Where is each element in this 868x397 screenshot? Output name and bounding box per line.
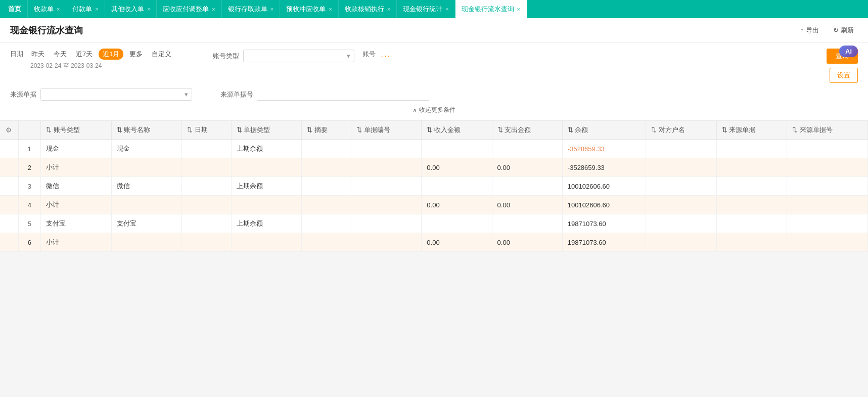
ai-assistant-button[interactable]: Ai (839, 46, 858, 57)
row-balance: 100102606.60 (562, 196, 646, 214)
row-source-doc-num (787, 158, 867, 177)
nav-tab-shoukuanheji[interactable]: 收款核销执行 × (339, 0, 397, 18)
source-doc-num-input[interactable] (257, 89, 429, 101)
gear-icon[interactable]: ⚙ (6, 126, 12, 134)
row-doc-type: 上期余额 (231, 214, 301, 233)
table-row: 3 微信 微信 上期余额 100102606.60 (0, 177, 868, 196)
row-doc-type (231, 196, 301, 214)
row-balance: -3528659.33 (562, 140, 646, 158)
nav-tab-fudan[interactable]: 付款单 × (66, 0, 105, 18)
nav-tab-liushui[interactable]: 现金银行流水查询 × (455, 0, 527, 18)
col-doc-num[interactable]: ⇅ 单据编号 (351, 121, 422, 140)
row-source-doc-num (787, 196, 867, 214)
source-doc-num-label: 来源单据号 (220, 90, 253, 99)
row-summary (302, 233, 351, 252)
row-action-cell (0, 214, 18, 233)
col-doc-type[interactable]: ⇅ 单据类型 (231, 121, 301, 140)
row-account-type: 现金 (41, 140, 111, 158)
row-income (422, 214, 492, 233)
row-balance: 100102606.60 (562, 177, 646, 196)
col-income[interactable]: ⇅ 收入金额 (422, 121, 492, 140)
date-custom[interactable]: 自定义 (149, 49, 174, 60)
col-balance[interactable]: ⇅ 余额 (562, 121, 646, 140)
col-account-type[interactable]: ⇅ 账号类型 (41, 121, 111, 140)
date-1month[interactable]: 近1月 (99, 49, 123, 60)
close-icon[interactable]: × (57, 6, 60, 12)
row-summary (302, 158, 351, 177)
row-source-doc-num (787, 177, 867, 196)
date-today[interactable]: 今天 (51, 49, 70, 60)
row-action-cell (0, 177, 18, 196)
nav-tab-shoudan[interactable]: 收款单 × (28, 0, 66, 18)
nav-tab-yingshouyingfu[interactable]: 应收应付调整单 × (157, 0, 221, 18)
header-actions: ↑ 导出 ↻ 刷新 (797, 24, 858, 37)
row-date (181, 233, 231, 252)
row-expense: 0.00 (492, 233, 562, 252)
filter-area: 日期 昨天 今天 近7天 近1月 更多 自定义 2023-02-24 至 202… (0, 42, 868, 121)
source-doc-select[interactable] (40, 88, 192, 101)
row-doc-num (351, 214, 422, 233)
close-icon[interactable]: × (270, 6, 273, 12)
source-doc-label: 来源单据 (10, 90, 36, 99)
close-icon[interactable]: × (212, 6, 215, 12)
row-income (422, 177, 492, 196)
close-icon[interactable]: × (95, 6, 98, 12)
row-num: 5 (18, 214, 41, 233)
row-doc-num (351, 158, 422, 177)
row-account-name (111, 233, 181, 252)
collapse-up-icon: ∧ (413, 107, 417, 114)
close-icon[interactable]: × (517, 6, 520, 12)
col-counterpart[interactable]: ⇅ 对方户名 (646, 121, 716, 140)
source-doc-select-wrapper: ▾ (40, 88, 192, 101)
row-num: 2 (18, 158, 41, 177)
refresh-button[interactable]: ↻ 刷新 (829, 24, 858, 37)
row-counterpart (646, 196, 716, 214)
row-expense: 0.00 (492, 158, 562, 177)
date-more[interactable]: 更多 (126, 49, 146, 60)
nav-tab-qitashourudan[interactable]: 其他收入单 × (105, 0, 157, 18)
close-icon[interactable]: × (329, 6, 332, 12)
table-row: 4 小计 0.00 0.00 100102606.60 (0, 196, 868, 214)
close-icon[interactable]: × (445, 6, 448, 12)
row-action-cell (0, 233, 18, 252)
row-doc-num (351, 196, 422, 214)
col-gear[interactable]: ⚙ (0, 121, 18, 140)
nav-tab-yinhangcunqu[interactable]: 银行存取款单 × (222, 0, 280, 18)
row-counterpart (646, 233, 716, 252)
account-type-select-wrapper: ▾ (243, 50, 354, 62)
col-source-doc[interactable]: ⇅ 来源单据 (716, 121, 787, 140)
row-account-name: 微信 (111, 177, 181, 196)
row-account-type: 小计 (41, 158, 111, 177)
nav-tab-xianjintongji[interactable]: 现金银行统计 × (397, 0, 455, 18)
collapse-bar[interactable]: ∧ 收起更多条件 (10, 103, 858, 116)
date-7days[interactable]: 近7天 (73, 49, 96, 60)
col-summary[interactable]: ⇅ 摘要 (302, 121, 351, 140)
col-date[interactable]: ⇅ 日期 (181, 121, 231, 140)
top-nav: 首页 收款单 × 付款单 × 其他收入单 × 应收应付调整单 × 银行存取款单 … (0, 0, 868, 18)
col-source-doc-num[interactable]: ⇅ 来源单据号 (787, 121, 867, 140)
table-row: 6 小计 0.00 0.00 19871073.60 (0, 233, 868, 252)
account-type-select[interactable] (243, 50, 354, 62)
row-action-cell (0, 158, 18, 177)
settings-button[interactable]: 设置 (830, 68, 858, 83)
date-yesterday[interactable]: 昨天 (28, 49, 48, 60)
col-account-name[interactable]: ⇅ 账号名称 (111, 121, 181, 140)
row-doc-num (351, 177, 422, 196)
col-expense[interactable]: ⇅ 支出金额 (492, 121, 562, 140)
row-source-doc (716, 196, 787, 214)
nav-tab-yushouchong[interactable]: 预收冲应收单 × (280, 0, 338, 18)
row-num: 6 (18, 233, 41, 252)
nav-home[interactable]: 首页 (2, 0, 28, 18)
row-doc-type: 上期余额 (231, 177, 301, 196)
close-icon[interactable]: × (387, 6, 390, 12)
account-picker-button[interactable]: ... (381, 50, 390, 59)
row-balance: 19871073.60 (562, 233, 646, 252)
row-counterpart (646, 140, 716, 158)
close-icon[interactable]: × (147, 6, 150, 12)
export-button[interactable]: ↑ 导出 (797, 24, 824, 37)
col-num (18, 121, 41, 140)
table-container: ⚙ ⇅ 账号类型 ⇅ 账号名称 ⇅ 日期 ⇅ 单据类型 (0, 121, 868, 252)
row-account-name: 现金 (111, 140, 181, 158)
row-source-doc (716, 158, 787, 177)
row-source-doc-num (787, 214, 867, 233)
